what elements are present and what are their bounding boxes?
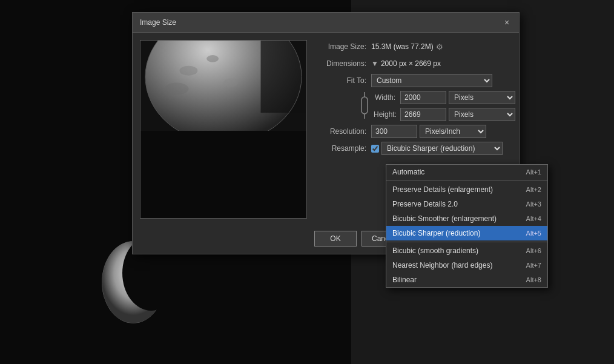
dropdown-item-label: Automatic [392,168,424,176]
ok-button[interactable]: OK [314,231,357,247]
dropdown-item-label: Bilinear [392,276,417,284]
svg-point-8 [206,55,219,62]
dropdown-item-shortcut: Alt+3 [526,200,541,208]
gear-icon[interactable]: ⚙ [436,42,443,51]
svg-rect-12 [140,131,306,218]
dropdown-item-shortcut: Alt+8 [526,276,541,283]
chain-fields: Width: Pixels Height: Pixels [374,91,515,121]
dimension-fields-row: Width: Pixels Height: Pixels [317,91,515,121]
svg-point-9 [165,83,189,95]
resample-checkbox[interactable] [371,145,379,153]
resample-dropdown-menu: Automatic Alt+1 Preserve Details (enlarg… [386,164,548,288]
svg-rect-14 [361,97,368,114]
dropdown-item-shortcut: Alt+2 [526,186,541,193]
dropdown-item-preserve-details-2[interactable]: Preserve Details 2.0 Alt+3 [386,197,547,211]
image-size-value: 15.3M (was 77.2M) [371,42,434,51]
fit-to-label: Fit To: [317,76,371,85]
height-unit-select[interactable]: Pixels [449,108,515,121]
width-input[interactable] [400,91,446,104]
dropdown-item-shortcut: Alt+4 [526,215,541,222]
resolution-unit-select[interactable]: Pixels/Inch [420,125,486,138]
chain-link-icon [360,92,369,119]
dimensions-arrow-icon[interactable]: ▼ [371,59,378,68]
image-size-row: Image Size: 15.3M (was 77.2M) ⚙ [317,40,515,53]
width-unit-select[interactable]: Pixels [449,91,515,104]
dropdown-item-bicubic-smoother[interactable]: Bicubic Smoother (enlargement) Alt+4 [386,211,547,226]
dropdown-item-bicubic-sharper[interactable]: Bicubic Sharper (reduction) Alt+5 [386,226,547,240]
dropdown-item-automatic[interactable]: Automatic Alt+1 [386,165,547,179]
resample-label: Resample: [317,144,371,153]
height-label: Height: [374,110,400,119]
dropdown-item-shortcut: Alt+5 [526,230,541,237]
dropdown-separator-1 [386,180,547,181]
close-button[interactable]: × [502,18,512,27]
chain-icon-container [359,91,370,119]
height-input[interactable] [400,108,446,121]
dropdown-item-bilinear[interactable]: Bilinear Alt+8 [386,273,547,287]
resample-select[interactable]: Bicubic Sharper (reduction) [381,142,503,155]
dialog-title: Image Size [140,18,176,27]
dropdown-item-preserve-details[interactable]: Preserve Details (enlargement) Alt+2 [386,182,547,197]
resolution-row: Resolution: Pixels/Inch [317,125,515,138]
dropdown-item-shortcut: Alt+7 [526,262,541,269]
dropdown-item-label: Bicubic Sharper (reduction) [392,229,480,237]
dimensions-row: Dimensions: ▼ 2000 px × 2669 px [317,57,515,70]
dropdown-item-label: Preserve Details 2.0 [392,200,458,208]
svg-point-10 [223,79,238,87]
dimensions-value: 2000 px × 2669 px [381,59,441,68]
svg-point-7 [180,66,198,76]
width-label: Width: [374,93,400,102]
image-size-label: Image Size: [317,42,371,51]
dropdown-item-label: Bicubic (smooth gradients) [392,247,478,255]
height-row: Height: Pixels [374,108,515,121]
preview-image [140,41,306,218]
dropdown-separator-2 [386,242,547,242]
dropdown-item-label: Preserve Details (enlargement) [392,185,493,194]
svg-rect-6 [261,41,306,113]
dimensions-label: Dimensions: [317,59,371,68]
dropdown-item-label: Bicubic Smoother (enlargement) [392,214,497,223]
fit-to-select[interactable]: Custom [371,74,492,87]
resample-row: Resample: Bicubic Sharper (reduction) [317,142,515,155]
resolution-label: Resolution: [317,127,371,136]
dropdown-item-bicubic[interactable]: Bicubic (smooth gradients) Alt+6 [386,243,547,258]
dropdown-item-shortcut: Alt+6 [526,247,541,254]
dropdown-item-nearest-neighbor[interactable]: Nearest Neighbor (hard edges) Alt+7 [386,258,547,273]
width-row: Width: Pixels [374,91,515,104]
dropdown-item-label: Nearest Neighbor (hard edges) [392,261,492,270]
dropdown-item-shortcut: Alt+1 [526,168,541,176]
resolution-input[interactable] [371,125,417,138]
fit-to-row: Fit To: Custom [317,74,515,87]
dialog-titlebar: Image Size × [133,13,519,33]
preview-container [140,40,307,219]
